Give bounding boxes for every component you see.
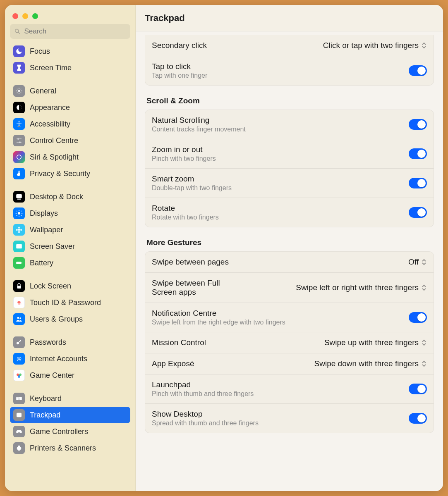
svg-rect-9 [17, 199, 21, 200]
row-app-expose: App Exposé Swipe down with three fingers [145, 353, 434, 374]
launchpad-toggle[interactable] [409, 384, 427, 394]
sidebar-item-accessibility[interactable]: Accessibility [10, 116, 130, 132]
svg-point-2 [18, 90, 20, 92]
search-field[interactable] [10, 24, 130, 39]
gear-icon [13, 85, 25, 97]
sidebar-item-battery[interactable]: Battery [10, 255, 130, 271]
fingerprint-icon [13, 297, 25, 308]
secondary-click-popup[interactable]: Click or tap with two fingers [323, 41, 427, 50]
accessibility-icon [13, 118, 25, 130]
page-title: Trackpad [136, 5, 443, 31]
settings-window: Focus Screen Time General Appearance [5, 5, 443, 491]
sidebar-item-users-groups[interactable]: Users & Groups [10, 311, 130, 327]
svg-line-18 [17, 215, 17, 216]
row-subtitle: Pinch with thumb and three fingers [152, 390, 404, 398]
svg-rect-37 [18, 398, 19, 398]
page-title-text: Trackpad [145, 13, 185, 24]
svg-line-1 [18, 32, 20, 34]
svg-rect-38 [19, 398, 19, 398]
close-button[interactable] [12, 13, 18, 19]
sidebar-item-wallpaper[interactable]: Wallpaper [10, 222, 130, 238]
sidebar-item-printers-scanners[interactable]: Printers & Scanners [10, 440, 130, 456]
sidebar-item-label: Battery [30, 259, 53, 267]
row-smart-zoom: Smart zoom Double-tap with two fingers [145, 169, 434, 198]
tap-to-click-toggle[interactable] [409, 65, 427, 76]
search-input[interactable] [24, 27, 126, 36]
popup-value: Swipe down with three fingers [314, 359, 419, 368]
row-subtitle: Spread with thumb and three fingers [152, 420, 404, 427]
zoom-button[interactable] [32, 13, 38, 19]
svg-point-23 [20, 229, 22, 231]
svg-point-30 [17, 342, 19, 344]
sidebar-item-label: Privacy & Security [30, 169, 90, 178]
sidebar-item-label: Siri & Spotlight [30, 153, 79, 162]
sidebar-item-label: Game Center [30, 371, 74, 380]
chevron-updown-icon [421, 339, 427, 346]
sidebar-item-desktop-dock[interactable]: Desktop & Dock [10, 188, 130, 205]
swipe-fullscreen-popup[interactable]: Swipe left or right with three fingers [296, 283, 427, 292]
dock-icon [13, 191, 25, 203]
appearance-icon [13, 102, 25, 113]
swipe-pages-popup[interactable]: Off [408, 258, 427, 267]
svg-line-16 [21, 215, 22, 216]
minimize-button[interactable] [22, 13, 28, 19]
sidebar-item-label: Desktop & Dock [30, 193, 83, 201]
sidebar-list[interactable]: Focus Screen Time General Appearance [10, 43, 130, 491]
app-expose-popup[interactable]: Swipe down with three fingers [314, 359, 427, 368]
hand-icon [13, 168, 25, 179]
row-title: Show Desktop [152, 410, 404, 419]
sidebar-item-control-centre[interactable]: Control Centre [10, 132, 130, 149]
row-title: Notification Centre [152, 309, 404, 318]
sidebar-item-focus[interactable]: Focus [10, 43, 130, 60]
mission-control-popup[interactable]: Swipe up with three fingers [324, 338, 427, 347]
sidebar-item-label: Displays [30, 209, 58, 218]
section-more-gestures: More Gestures [146, 238, 432, 247]
sun-icon [13, 207, 25, 219]
svg-text:@: @ [17, 356, 22, 362]
row-swipe-pages: Swipe between pages Off [145, 252, 434, 273]
smart-zoom-toggle[interactable] [409, 178, 427, 188]
gamecenter-icon [13, 370, 25, 381]
flower-icon [13, 224, 25, 236]
sidebar-item-game-center[interactable]: Game Center [10, 367, 130, 384]
rotate-toggle[interactable] [409, 207, 427, 218]
natural-scrolling-toggle[interactable] [409, 119, 427, 130]
sidebar-item-passwords[interactable]: Passwords [10, 334, 130, 351]
show-desktop-toggle[interactable] [409, 413, 427, 424]
sidebar-item-displays[interactable]: Displays [10, 205, 130, 222]
svg-point-0 [15, 29, 19, 33]
svg-rect-40 [17, 413, 22, 417]
svg-point-7 [17, 155, 22, 160]
svg-rect-8 [16, 194, 22, 198]
sidebar-item-keyboard[interactable]: Keyboard [10, 390, 130, 407]
sliders-icon [13, 135, 25, 146]
svg-rect-42 [18, 446, 20, 447]
row-subtitle: Rotate with two fingers [152, 214, 404, 221]
sidebar-item-lock-screen[interactable]: Lock Screen [10, 278, 130, 294]
svg-rect-24 [16, 244, 22, 249]
lock-icon [13, 280, 25, 292]
row-title: Launchpad [152, 380, 404, 389]
sidebar-item-appearance[interactable]: Appearance [10, 99, 130, 116]
sidebar-item-screen-time[interactable]: Screen Time [10, 60, 130, 76]
sidebar-item-trackpad[interactable]: Trackpad [10, 407, 130, 423]
sidebar-item-label: Accessibility [30, 120, 70, 129]
zoom-toggle[interactable] [409, 148, 427, 159]
sidebar-item-touchid[interactable]: Touch ID & Password [10, 294, 130, 311]
content-scroll[interactable]: Secondary click Click or tap with two fi… [136, 31, 443, 491]
notification-centre-toggle[interactable] [409, 312, 427, 323]
svg-point-20 [18, 227, 20, 229]
siri-icon [13, 151, 25, 163]
sidebar-item-privacy-security[interactable]: Privacy & Security [10, 165, 130, 182]
hourglass-icon [13, 62, 25, 74]
sidebar-item-siri-spotlight[interactable]: Siri & Spotlight [10, 149, 130, 165]
row-swipe-fullscreen: Swipe between Full Screen apps Swipe lef… [145, 273, 434, 303]
sidebar-item-internet-accounts[interactable]: @ Internet Accounts [10, 351, 130, 367]
sidebar-item-game-controllers[interactable]: Game Controllers [10, 423, 130, 440]
sidebar-item-label: Appearance [30, 103, 70, 112]
sidebar: Focus Screen Time General Appearance [5, 5, 136, 491]
sidebar-item-general[interactable]: General [10, 83, 130, 99]
sidebar-item-screen-saver[interactable]: Screen Saver [10, 238, 130, 255]
sidebar-item-label: Screen Time [30, 64, 72, 72]
sidebar-item-label: Screen Saver [30, 242, 75, 251]
